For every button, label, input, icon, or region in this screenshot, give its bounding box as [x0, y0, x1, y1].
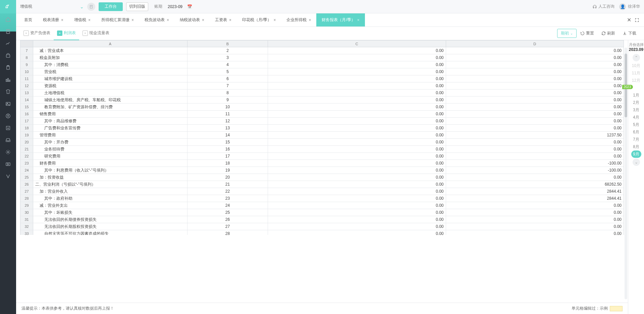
row-header[interactable]: 20	[20, 139, 33, 145]
cell-b[interactable]: 21	[187, 181, 268, 188]
cell-a[interactable]: 其中：坏账损失	[33, 209, 187, 216]
cell-a[interactable]: 广告费和业务宣传费	[33, 125, 187, 131]
tab-5[interactable]: 纳税波动表×	[174, 13, 210, 26]
row-header[interactable]: 31	[20, 216, 33, 223]
cell-d[interactable]: -100.00	[446, 167, 624, 174]
table-row[interactable]: 8 税金及附加30.000.00	[20, 54, 624, 61]
cell-a[interactable]: 教育费附加、矿产资源补偿费、排污费	[33, 104, 187, 110]
nav-inbox-icon[interactable]	[0, 134, 16, 146]
nav-image-icon[interactable]	[0, 98, 16, 110]
month-item[interactable]: 2月	[631, 99, 641, 106]
month-item[interactable]: 11月	[632, 69, 640, 77]
close-icon[interactable]: ×	[88, 18, 91, 22]
cell-c[interactable]: 0.00	[268, 61, 446, 68]
cell-b[interactable]: 5	[187, 68, 268, 75]
tab-1[interactable]: 税表清册×	[38, 13, 69, 26]
nav-chart-icon[interactable]	[0, 38, 16, 50]
close-icon[interactable]: ×	[309, 18, 311, 22]
nav-v-icon[interactable]	[0, 170, 16, 182]
note-button[interactable]	[87, 3, 95, 11]
table-row[interactable]: 21 业务招待费160.000.00	[20, 146, 624, 153]
row-header[interactable]: 25	[20, 174, 33, 181]
cell-b[interactable]: 18	[187, 160, 268, 167]
row-header[interactable]: 21	[20, 146, 33, 152]
month-item[interactable]: 5月	[631, 121, 641, 128]
close-icon[interactable]: ×	[273, 18, 276, 22]
cell-d[interactable]: 0.00	[446, 97, 624, 103]
table-row[interactable]: 12 资源税70.000.00	[20, 82, 624, 89]
nav-video-icon[interactable]	[0, 158, 16, 170]
cell-a[interactable]: 无法收回的长期股权投资损失	[33, 223, 187, 230]
month-item[interactable]: 8月	[631, 143, 641, 150]
cell-b[interactable]: 3	[187, 54, 268, 61]
row-header[interactable]: 7	[20, 47, 33, 54]
cell-d[interactable]: 0.00	[446, 174, 624, 181]
row-header[interactable]: 19	[20, 132, 33, 138]
select-all-corner[interactable]	[20, 41, 33, 47]
cell-b[interactable]: 22	[187, 188, 268, 195]
period-init-button[interactable]: 期初 ⌄	[557, 29, 577, 38]
row-header[interactable]: 9	[20, 61, 33, 68]
table-row[interactable]: 19 管理费用140.001237.50	[20, 132, 624, 139]
close-icon[interactable]: ×	[202, 18, 204, 22]
cell-b[interactable]: 4	[187, 61, 268, 68]
nav-shirt-icon[interactable]	[0, 86, 16, 98]
table-row[interactable]: 31 无法收回的长期债券投资损失260.000.00	[20, 216, 624, 223]
period-value[interactable]: 2023-09	[168, 4, 182, 9]
cell-b[interactable]: 26	[187, 216, 268, 223]
cell-c[interactable]: 0.00	[268, 132, 446, 138]
close-icon[interactable]: ×	[167, 18, 169, 22]
cell-d[interactable]: 0.00	[446, 104, 624, 110]
table-row[interactable]: 15 教育费附加、矿产资源补偿费、排污费100.000.00	[20, 104, 624, 111]
cell-b[interactable]: 6	[187, 75, 268, 82]
row-header[interactable]: 11	[20, 75, 33, 82]
cell-a[interactable]: 其中：政府补助	[33, 195, 187, 202]
cell-c[interactable]: 0.00	[268, 125, 446, 131]
cell-c[interactable]: 0.00	[268, 54, 446, 61]
row-header[interactable]: 8	[20, 54, 33, 61]
cell-d[interactable]: 0.00	[446, 111, 624, 117]
table-row[interactable]: 27 加：营业外收入220.002844.41	[20, 188, 624, 195]
cell-b[interactable]: 19	[187, 167, 268, 174]
cell-d[interactable]: 2844.41	[446, 188, 624, 195]
cell-a[interactable]: 无法收回的长期债券投资损失	[33, 216, 187, 223]
month-item[interactable]: 3月	[631, 106, 641, 114]
table-row[interactable]: 14 城镇土地使用税、房产税、车船税、印花税90.000.00	[20, 97, 624, 104]
tab-9[interactable]: 财务报表（月/季）×	[316, 13, 365, 26]
cell-c[interactable]: 0.00	[268, 68, 446, 75]
cell-c[interactable]: 0.00	[268, 181, 446, 188]
cell-b[interactable]: 15	[187, 139, 268, 145]
table-row[interactable]: 18 广告费和业务宣传费130.000.00	[20, 125, 624, 132]
cell-d[interactable]: 0.00	[446, 223, 624, 230]
month-item[interactable]: 9月	[631, 150, 641, 158]
cell-d[interactable]: 0.00	[446, 82, 624, 89]
row-header[interactable]: 10	[20, 68, 33, 75]
cell-a[interactable]: 其中：利息费用（收入以“-”号填列）	[33, 167, 187, 174]
cell-a[interactable]: 资源税	[33, 82, 187, 89]
close-icon[interactable]: ×	[61, 18, 63, 22]
row-header[interactable]: 30	[20, 209, 33, 216]
row-header[interactable]: 17	[20, 118, 33, 124]
month-next-arrow[interactable]: ⌄	[633, 159, 640, 166]
row-header[interactable]: 13	[20, 89, 33, 96]
tab-8[interactable]: 企业所得税×	[281, 13, 316, 26]
table-row[interactable]: 9 其中：消费税40.000.00	[20, 61, 624, 68]
tab-7[interactable]: 印花税（月/季）×	[237, 13, 281, 26]
row-header[interactable]: 22	[20, 153, 33, 160]
cell-b[interactable]: 28	[187, 230, 268, 235]
row-header[interactable]: 16	[20, 111, 33, 117]
cell-b[interactable]: 2	[187, 47, 268, 54]
table-row[interactable]: 25 加：投资收益200.000.00	[20, 174, 624, 181]
cell-b[interactable]: 27	[187, 223, 268, 230]
tab-4[interactable]: 税负波动表×	[139, 13, 174, 26]
cell-a[interactable]: 加：营业外收入	[33, 188, 187, 195]
cell-a[interactable]: 管理费用	[33, 132, 187, 138]
nav-export-icon[interactable]	[0, 122, 16, 134]
cell-a[interactable]: 税金及附加	[33, 54, 187, 61]
cell-d[interactable]: 0.00	[446, 75, 624, 82]
cell-a[interactable]: 销售费用	[33, 111, 187, 117]
row-header[interactable]: 24	[20, 167, 33, 174]
cell-a[interactable]: 研究费用	[33, 153, 187, 160]
cell-d[interactable]: 0.00	[446, 118, 624, 124]
row-header[interactable]: 26	[20, 181, 33, 188]
